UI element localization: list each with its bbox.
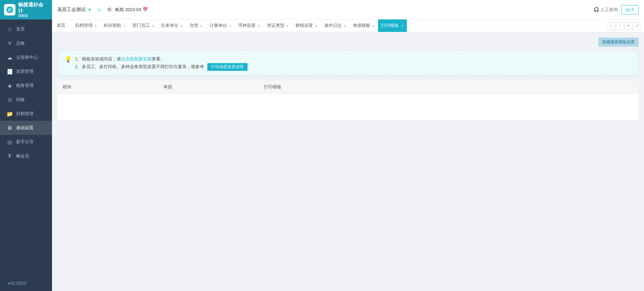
archive-icon: 📁 — [7, 111, 13, 117]
tab-label: 部门员工 — [132, 23, 150, 29]
sidebar-item-basic[interactable]: ⚙ 基础设置 — [0, 121, 52, 135]
kuaiji-button[interactable]: 会计 — [621, 5, 639, 14]
sidebar-item-close[interactable]: ⊙ 结账 — [0, 93, 52, 107]
sidebar-item-invoice[interactable]: 🧾 发票管理 — [0, 64, 52, 79]
sidebar-item-archive[interactable]: 📁 归档管理 — [0, 107, 52, 121]
company-name: 基层工会测试 — [57, 7, 86, 13]
tab-oplog[interactable]: 操作日志 × — [321, 19, 350, 32]
company-dropdown-icon: ▼ — [88, 7, 92, 12]
tab-label: 单据模板 — [353, 23, 370, 29]
main-area: 基层工会测试 ▼ ＋ ⚙ 账期 2023-03 📅 🎧 人工咨询 会计 首页 ‹… — [52, 0, 644, 291]
tab-nav-left-icon: ‹ — [67, 24, 68, 28]
add-company-button[interactable]: ＋ — [95, 6, 104, 14]
tab-printtempl[interactable]: 打印模板 × — [378, 19, 407, 32]
notice-bulb-icon: 💡 — [64, 56, 72, 63]
period-display: 账期 2023-03 📅 — [115, 7, 148, 13]
topbar: 基层工会测试 ▼ ＋ ⚙ 账期 2023-03 📅 🎧 人工咨询 会计 — [52, 0, 644, 19]
company-selector[interactable]: 基层工会测试 ▼ — [57, 7, 92, 13]
tab-label: 打印模板 — [381, 23, 399, 29]
tab-close-icon[interactable]: × — [229, 24, 231, 28]
notice-line2: 2、多员工、多打印机、多种业务类型设置不同打印方案等，请参考 打印场景设置说明 — [75, 63, 248, 71]
print-template-table: 模块 单据 打印模板 — [57, 81, 639, 120]
basic-settings-icon: ⚙ — [7, 125, 13, 131]
tab-close-icon[interactable]: × — [200, 24, 202, 28]
tab-billtempl[interactable]: 单据模板 × — [350, 19, 378, 32]
tab-measure[interactable]: 计量单位 × — [206, 19, 235, 32]
unpin-label: ◄取消固定 — [7, 281, 27, 286]
logo-icon: 好 — [4, 4, 15, 15]
hide-template-button[interactable]: 隐藏预置模板设置 — [598, 38, 639, 47]
tab-close-icon[interactable]: × — [123, 24, 125, 28]
tax-icon: ◈ — [7, 83, 13, 89]
tab-taxset[interactable]: 财税设置 × — [292, 19, 321, 32]
tabs-controls: ‹ › × ⤢ — [607, 22, 643, 30]
tab-archive[interactable]: 归档管理 × — [72, 19, 100, 32]
sidebar-item-reports[interactable]: ☁ 云报表中心 — [0, 50, 52, 64]
sidebar-item-label: 结账 — [16, 97, 25, 103]
sidebar-item-label: 发票管理 — [16, 68, 34, 75]
tab-label: 存货 — [190, 23, 198, 29]
reports-icon: ☁ — [7, 54, 13, 60]
tab-close-icon[interactable]: × — [286, 24, 288, 28]
tab-stock[interactable]: 存货 × — [186, 19, 206, 32]
tab-close-icon[interactable]: × — [344, 24, 346, 28]
col-template: 打印模板 — [259, 81, 639, 93]
logo-text: 畅捷通好会计 旗舰版 — [18, 2, 48, 18]
tab-label: 凭证类型 — [267, 23, 284, 29]
tab-label: 币种设置 — [238, 23, 256, 29]
tab-currency[interactable]: 币种设置 × — [235, 19, 263, 32]
tabs-maximize-button[interactable]: ⤢ — [633, 22, 641, 30]
sidebar-item-guide[interactable]: ◎ 新手引导 — [0, 135, 52, 149]
svg-text:好: 好 — [8, 8, 12, 12]
notice-line1-prefix: 1、模板添加成功后，请 — [75, 56, 121, 61]
sidebar-item-label: 总账 — [16, 40, 25, 46]
notice-box: 💡 1、模板添加成功后，请点击刷新新页面查看。 2、多员工、多打印机、多种业务类… — [57, 50, 639, 76]
home-tab-label: 首页 — [57, 23, 65, 29]
table-body — [57, 94, 639, 120]
table-header: 模块 单据 打印模板 — [57, 81, 639, 94]
support-button[interactable]: 🎧 人工咨询 — [594, 7, 618, 13]
tab-close-icon[interactable]: × — [372, 24, 374, 28]
tab-close-icon[interactable]: × — [152, 24, 154, 28]
sidebar-unpin-button[interactable]: ◄取消固定 — [0, 276, 52, 291]
tab-label: 科目期初 — [104, 23, 121, 29]
sidebar-item-ledger[interactable]: ≡ 总账 — [0, 36, 52, 50]
settings-icon[interactable]: ⚙ — [107, 6, 112, 13]
support-label: 人工咨询 — [600, 7, 618, 13]
logo-name: 畅捷通好会计 — [18, 2, 48, 14]
logo-sub: 旗舰版 — [18, 14, 48, 18]
tab-voucher[interactable]: 凭证类型 × — [264, 19, 292, 32]
tab-close-icon[interactable]: × — [258, 24, 260, 28]
tabs-close-all-button[interactable]: × — [625, 22, 633, 30]
tab-close-icon[interactable]: × — [95, 24, 97, 28]
close-accounts-icon: ⊙ — [7, 97, 13, 103]
sidebar-item-label: 首页 — [16, 26, 25, 32]
invoice-icon: 🧾 — [7, 68, 13, 75]
notice-line1-suffix: 查看。 — [152, 56, 165, 61]
sidebar-item-home[interactable]: ⌂ 首页 — [0, 22, 52, 36]
period-value: 2023-03 — [125, 7, 141, 12]
sidebar-nav: ⌂ 首页 ≡ 总账 ☁ 云报表中心 🧾 发票管理 ◈ 税务管理 ⊙ 结账 📁 归… — [0, 19, 52, 276]
sidebar-item-tax[interactable]: ◈ 税务管理 — [0, 79, 52, 93]
tabs-scroll-left-button[interactable]: ‹ — [607, 22, 615, 30]
tab-dept[interactable]: 部门员工 × — [129, 19, 158, 32]
notice-refresh-link[interactable]: 点击刷新新页面 — [121, 56, 152, 61]
tabs-scroll-right-button[interactable]: › — [616, 22, 624, 30]
tab-close-icon[interactable]: × — [315, 24, 317, 28]
home-icon: ⌂ — [7, 26, 13, 32]
sidebar-item-member[interactable]: V 畅会员 — [0, 149, 52, 163]
explain-button[interactable]: 打印场景设置说明 — [207, 63, 248, 71]
tab-close-icon[interactable]: × — [401, 24, 403, 28]
tab-label: 计量单位 — [210, 23, 227, 29]
ledger-icon: ≡ — [7, 40, 13, 46]
tab-close-icon[interactable]: × — [180, 24, 182, 28]
tab-partner[interactable]: 往来单位 × — [158, 19, 186, 32]
sidebar-item-label: 基础设置 — [16, 125, 34, 131]
period-label: 账期 — [115, 7, 124, 13]
tab-subject[interactable]: 科目期初 × — [100, 19, 129, 32]
calendar-icon[interactable]: 📅 — [143, 7, 148, 12]
content-area: 隐藏预置模板设置 💡 1、模板添加成功后，请点击刷新新页面查看。 2、多员工、多… — [52, 32, 644, 291]
tab-home[interactable]: 首页 ‹ — [53, 19, 72, 32]
col-document: 单据 — [158, 81, 259, 93]
notice-line2-prefix: 2、多员工、多打印机、多种业务类型设置不同打印方案等，请参考 — [75, 64, 204, 69]
